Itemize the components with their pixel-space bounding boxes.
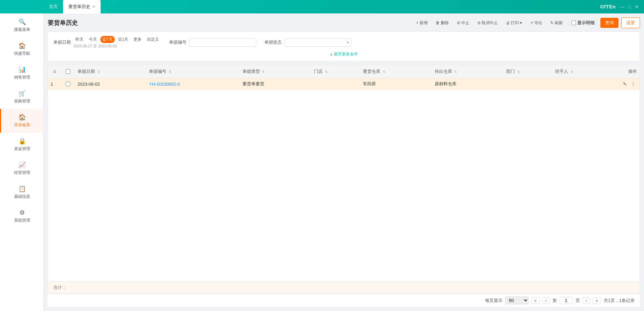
sidebar-item-search-menu[interactable]: 🔍 搜索菜单 <box>0 13 43 37</box>
sidebar-item-label: 资金管理 <box>14 146 30 152</box>
date-btn-more[interactable]: 更多 <box>131 36 144 43</box>
date-btn-today[interactable]: 今天 <box>87 36 99 43</box>
minimize-icon[interactable]: — <box>620 4 624 9</box>
expand-more-button[interactable]: ∨ 展开更多条件 <box>330 51 358 57</box>
tab-requisition-history[interactable]: 要货单历史 ✕ <box>63 0 101 13</box>
cell-store <box>311 78 360 90</box>
export-button[interactable]: ↗ 导出 <box>527 19 545 27</box>
col-department: 部门 ⇅ <box>503 65 552 78</box>
per-page-select[interactable]: 20 50 100 200 <box>505 297 529 304</box>
sidebar: 🔍 搜索菜单 🏠 快捷导航 📊 销售管理 🛒 采购管理 🏠 库存核算 🔒 资金管… <box>0 13 44 311</box>
maximize-icon[interactable]: □ <box>628 4 631 9</box>
home-icon: 🏠 <box>18 42 26 49</box>
sidebar-item-finance-mgmt[interactable]: 🔒 资金管理 <box>0 133 43 157</box>
sort-icon-date: ⇅ <box>97 70 100 74</box>
doc-status-select-wrapper <box>284 38 352 47</box>
summary-label: 合计： <box>53 284 66 291</box>
cell-req-warehouse: 车间库 <box>360 78 432 90</box>
new-button[interactable]: + 新增 <box>414 19 430 27</box>
date-btn-custom[interactable]: 自定义 <box>145 36 161 43</box>
expand-more-row: ∨ 展开更多条件 <box>53 51 634 57</box>
ops-icon: 📈 <box>18 161 26 169</box>
sidebar-item-sales-mgmt[interactable]: 📊 销售管理 <box>0 61 43 85</box>
gear-icon: ⚙ <box>19 209 25 216</box>
col-doc-no: 单据编号 ⇅ <box>146 65 239 78</box>
delete-icon: 🗑 <box>436 20 440 25</box>
doc-number-input[interactable] <box>189 38 256 47</box>
row-checkbox[interactable] <box>66 82 70 86</box>
filter-group-date: 单据日期 昨天 今天 近7天 近1月 更多 自定义 2023-05-27 至 2… <box>53 36 161 49</box>
page-number-input[interactable] <box>559 297 573 304</box>
first-page-button[interactable]: « <box>531 297 540 304</box>
select-all-checkbox[interactable] <box>66 69 70 74</box>
sidebar-item-purchase-mgmt[interactable]: 🛒 采购管理 <box>0 85 43 109</box>
print-icon: 🖨 <box>506 20 510 25</box>
print-chevron-icon: ▾ <box>520 20 522 25</box>
filter-group-doc-number: 单据编号 <box>169 38 256 47</box>
toolbar-divider <box>568 20 569 26</box>
sidebar-item-label: 快捷导航 <box>14 51 30 56</box>
close-icon[interactable]: ✕ <box>635 4 639 9</box>
prev-page-button[interactable]: ‹ <box>542 297 550 304</box>
refresh-button[interactable]: ↻ 刷新 <box>548 19 566 27</box>
cell-pending-warehouse: 原材料仓库 <box>432 78 503 90</box>
cell-date: 2023-06-02 <box>75 78 146 90</box>
cancel-stop-icon: ⊘ <box>477 20 481 25</box>
query-button[interactable]: 查询 <box>600 18 619 28</box>
cell-ops: ✎ ⋮ <box>613 78 640 90</box>
display-detail-checkbox[interactable] <box>571 20 576 25</box>
main-layout: 🔍 搜索菜单 🏠 快捷导航 📊 销售管理 🛒 采购管理 🏠 库存核算 🔒 资金管… <box>0 13 644 311</box>
cancel-stop-button[interactable]: ⊘ 取消中止 <box>475 19 500 27</box>
date-btn-1month[interactable]: 近1月 <box>116 36 130 43</box>
date-btn-yesterday[interactable]: 昨天 <box>73 36 86 43</box>
cell-doc-no: YH-20230602-0 <box>146 78 239 90</box>
display-detail-checkbox-label[interactable]: 显示明细 <box>571 20 595 26</box>
cart-icon: 🛒 <box>18 90 26 97</box>
sidebar-item-sys-mgmt[interactable]: ⚙ 系统管理 <box>0 204 43 228</box>
export-icon: ↗ <box>530 20 533 25</box>
col-check <box>61 65 75 78</box>
sidebar-item-quick-nav[interactable]: 🏠 快捷导航 <box>0 37 43 61</box>
sort-icon-handler: ⇅ <box>571 70 573 74</box>
page-header: 要货单历史 + 新增 🗑 删除 ⊘ 中止 ⊘ 取消中止 🖨 打印 <box>48 17 640 28</box>
delete-button[interactable]: 🗑 删除 <box>433 19 451 27</box>
sidebar-item-label: 采购管理 <box>14 98 30 104</box>
filter-group-doc-status: 单据状态 <box>264 38 352 47</box>
date-btn-7days[interactable]: 近7天 <box>100 36 115 43</box>
sidebar-item-label: 销售管理 <box>14 75 30 80</box>
sort-icon-pending-warehouse: ⇅ <box>454 70 457 74</box>
col-handler: 经手人 ⇅ <box>552 65 613 78</box>
sidebar-item-label: 搜索菜单 <box>14 27 30 33</box>
doc-no-link[interactable]: YH-20230602-0 <box>149 82 180 87</box>
table-header-row: ⚙ 单据日期 ⇅ <box>48 65 640 78</box>
sort-icon-department: ⇅ <box>517 70 520 74</box>
table-footer: 合计： <box>48 281 640 293</box>
more-icon[interactable]: ⋮ <box>630 81 637 87</box>
next-page-button[interactable]: › <box>583 297 590 304</box>
date-range-text: 2023-05-27 至 2023-06-02 <box>73 44 161 49</box>
sidebar-item-basic-info[interactable]: 📋 基础信息 <box>0 180 43 204</box>
page-title: 要货单历史 <box>48 19 414 27</box>
table-settings-icon[interactable]: ⚙ <box>53 69 57 74</box>
sidebar-item-ops-mgmt[interactable]: 📈 经营管理 <box>0 157 43 180</box>
toolbar: + 新增 🗑 删除 ⊘ 中止 ⊘ 取消中止 🖨 打印 ▾ <box>414 17 640 28</box>
print-button[interactable]: 🖨 打印 ▾ <box>503 19 525 27</box>
last-page-button[interactable]: » <box>593 297 601 304</box>
sort-icon-req-warehouse: ⇅ <box>383 70 385 74</box>
sidebar-item-label: 经营管理 <box>14 170 30 176</box>
col-store: 门店 ⇅ <box>311 65 360 78</box>
sidebar-item-inventory-calc[interactable]: 🏠 库存核算 <box>0 109 43 133</box>
col-doc-type: 单据类型 ⇅ <box>240 65 311 78</box>
chevron-down-icon: ∨ <box>330 52 333 57</box>
doc-status-select[interactable] <box>284 38 352 47</box>
edit-icon[interactable]: ✎ <box>622 81 628 87</box>
stop-button[interactable]: ⊘ 中止 <box>454 19 472 27</box>
table-card: ⚙ 单据日期 ⇅ <box>48 65 640 294</box>
search-icon: 🔍 <box>18 18 26 26</box>
tab-home[interactable]: 首页 <box>44 0 63 13</box>
brand-text: OfTEn <box>600 4 616 9</box>
cell-doc-type: 要货单要货 <box>240 78 311 90</box>
settings-button[interactable]: 设置 <box>621 17 640 28</box>
sort-icon-doc-no: ⇅ <box>169 70 171 74</box>
tab-close-icon[interactable]: ✕ <box>92 5 95 9</box>
